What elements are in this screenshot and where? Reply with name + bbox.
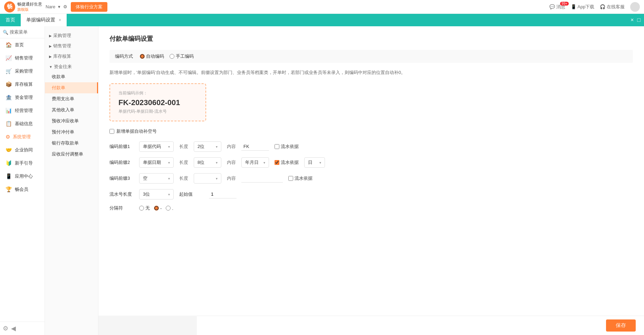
start-value-input[interactable] [209, 190, 237, 198]
sidebar-item-basic[interactable]: 📋 基础信息 [0, 117, 45, 130]
nav-settings-icon[interactable]: ⚙ [63, 4, 67, 9]
form-row-prefix2: 编码前缀2 单据日期 ▾ 长度 8位 ▾ 内容 年月日 ▾ 流水依据 [109, 157, 633, 168]
newbie-icon: 🔰 [6, 160, 12, 166]
sidebar-item-apps[interactable]: 📱 应用中心 [0, 170, 45, 183]
sidebar-item-system[interactable]: ⚙ 系统管理 [0, 130, 45, 143]
stream3-check-label[interactable]: 流水依据 [288, 175, 313, 182]
sub-item-payment[interactable]: 付款单 [45, 82, 98, 93]
sub-group-purchase[interactable]: ▶ 采购管理 [45, 30, 98, 40]
sidebar-settings-icon[interactable]: ⚙ [3, 325, 8, 332]
tab-fullscreen-icon[interactable]: □ [637, 17, 641, 23]
sub-item-prepay-payable[interactable]: 预付冲付单 [45, 127, 98, 138]
sidebar-item-operation[interactable]: 📊 经营管理 [0, 104, 45, 117]
content2-select[interactable]: 年月日 ▾ [241, 157, 269, 168]
tab-encode-settings[interactable]: 单据编码设置 × [21, 14, 67, 26]
length3-select[interactable]: ▾ [194, 173, 221, 184]
sidebar-item-member[interactable]: 🏆 畅会员 [0, 183, 45, 196]
tab-close-icon[interactable]: × [59, 18, 61, 22]
stream2-label: 流水依据 [281, 159, 299, 166]
purchase-icon: 🛒 [6, 68, 12, 74]
stream1-check-label[interactable]: 流水依据 [275, 143, 299, 150]
serial-length-label: 流水号长度 [109, 191, 134, 197]
sub-item-bank-deposit[interactable]: 银行存取款单 [45, 138, 98, 149]
nav-dropdown-icon[interactable]: ▾ [58, 4, 60, 9]
sidebar-item-sales[interactable]: 📈 销售管理 [0, 52, 45, 65]
sidebar-item-inventory[interactable]: 📦 库存核算 [0, 78, 45, 91]
auto-code-option[interactable]: 自动编码 [140, 53, 164, 59]
sep-none-option[interactable]: 无 [139, 205, 150, 211]
tab-expand-icon[interactable]: × [631, 17, 634, 23]
sidebar-item-label: 系统管理 [13, 134, 31, 140]
auto-fill-checkbox[interactable] [109, 129, 114, 134]
length2-label: 长度 [179, 159, 188, 166]
sidebar-item-label: 采购管理 [15, 68, 33, 74]
sep-dash-radio[interactable] [154, 206, 159, 211]
sidebar-collapse-icon[interactable]: ◀ [11, 325, 16, 332]
sub-group-label: 库存核算 [53, 53, 71, 59]
stream2-check-label[interactable]: 流水依据 [275, 159, 299, 166]
stream3-checkbox[interactable] [288, 176, 293, 181]
inventory-icon: 📦 [6, 81, 12, 87]
message-button[interactable]: 💬 消息 99+ [549, 4, 565, 10]
content-area: 付款单编码设置 编码方式 自动编码 手工编码 新增单据时，'单据编码'自动生成、… [98, 26, 644, 316]
sidebar-item-finance[interactable]: 🏦 资金管理 [0, 91, 45, 104]
serial-length-select[interactable]: 3位 ▾ [139, 189, 174, 199]
arrow-icon: ▶ [49, 55, 52, 58]
sep-dot-option[interactable]: . [166, 206, 173, 211]
save-button[interactable]: 保存 [606, 319, 636, 332]
sub-item-receipt[interactable]: 收款单 [45, 71, 98, 82]
stream-period-select[interactable]: 日 ▾ [304, 157, 325, 168]
trial-button[interactable]: 体验行业方案 [71, 2, 107, 12]
auto-code-radio[interactable] [140, 54, 145, 59]
content3-input[interactable] [241, 174, 283, 183]
length1-select[interactable]: 2位 ▾ [194, 141, 221, 152]
sub-group-inventory[interactable]: ▶ 库存核算 [45, 50, 98, 61]
sub-item-other-income[interactable]: 其他收入单 [45, 104, 98, 115]
main-layout: 🔍 搜索菜单 🏠 首页 📈 销售管理 🛒 采购管理 📦 库存核算 🏦 资金管理 … [0, 26, 644, 335]
sub-group-sales[interactable]: ▶ 销售管理 [45, 40, 98, 50]
sidebar-item-newbie[interactable]: 🔰 新手引导 [0, 157, 45, 170]
stream1-checkbox[interactable] [275, 144, 279, 149]
nav-placeholder: Nare [46, 4, 55, 9]
code-method-label: 编码方式 [115, 53, 133, 59]
manual-code-option[interactable]: 手工编码 [170, 53, 194, 59]
length3-label: 长度 [179, 175, 188, 182]
top-bar-left: 畅 畅捷通好生意 旗舰版 Nare ▾ ⚙ 体验行业方案 [4, 1, 107, 12]
sidebar-search[interactable]: 🔍 搜索菜单 [0, 26, 45, 38]
manual-code-radio[interactable] [170, 54, 174, 59]
content2-label: 内容 [227, 159, 236, 166]
avatar[interactable] [630, 2, 640, 12]
sales-icon: 📈 [6, 55, 12, 61]
prefix1-select[interactable]: 单据代码 ▾ [139, 141, 174, 152]
sidebar-item-purchase[interactable]: 🛒 采购管理 [0, 65, 45, 78]
tab-home[interactable]: 首页 [0, 14, 21, 26]
preview-structure: 单据代码-单据日期-流水号 [118, 109, 197, 114]
prefix3-select[interactable]: 空 ▾ [139, 173, 174, 184]
sep-none-radio[interactable] [139, 206, 144, 211]
online-service-button[interactable]: 🎧 在线客服 [600, 4, 625, 10]
prefix2-select[interactable]: 单据日期 ▾ [139, 157, 174, 168]
length2-select[interactable]: 8位 ▾ [194, 157, 221, 168]
system-icon: ⚙ [6, 134, 10, 140]
prefix1-value: 单据代码 [143, 143, 161, 150]
app-download-button[interactable]: 📱 App下载 [571, 4, 594, 10]
sep-dash-option[interactable]: - [154, 206, 162, 211]
sidebar-item-enterprise[interactable]: 🤝 企业协同 [0, 143, 45, 157]
sub-group-label: 资金往来 [54, 64, 72, 70]
sep-dash-label: - [160, 206, 162, 211]
separator-options: 无 - . [139, 205, 173, 211]
sub-item-prepay-receivable[interactable]: 预收冲应收单 [45, 115, 98, 127]
brand: 畅 畅捷通好生意 旗舰版 [4, 1, 42, 12]
sub-item-expense[interactable]: 费用支出单 [45, 93, 98, 104]
sep-dot-radio[interactable] [166, 206, 171, 211]
top-bar-right: 💬 消息 99+ 📱 App下载 🎧 在线客服 [549, 2, 640, 12]
arrow-down-icon: ▼ [49, 65, 52, 69]
content1-input[interactable] [241, 142, 269, 151]
sidebar-item-home[interactable]: 🏠 首页 [0, 38, 45, 52]
sidebar-item-label: 销售管理 [15, 55, 33, 61]
sub-item-adjust[interactable]: 应收应付调整单 [45, 149, 98, 160]
prefix1-label: 编码前缀1 [109, 143, 134, 150]
serial-length-value: 3位 [143, 191, 150, 197]
stream2-checkbox[interactable] [275, 160, 279, 165]
sub-group-finance[interactable]: ▼ 资金往来 [45, 61, 98, 71]
